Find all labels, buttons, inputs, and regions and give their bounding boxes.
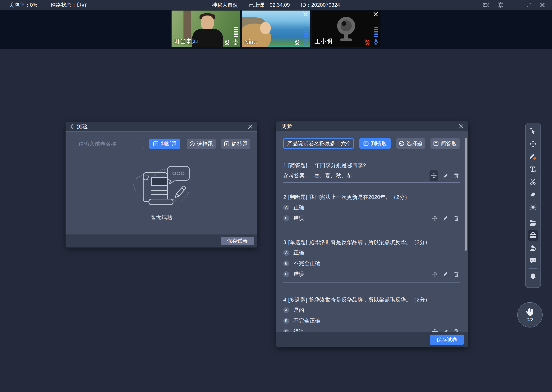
video-tile-wangxiaoming[interactable]: 王小明 (312, 11, 380, 47)
camera-icon[interactable] (483, 2, 489, 8)
move-question-icon[interactable] (431, 328, 438, 332)
question-number: 1 (283, 162, 286, 168)
toolbar-divider (529, 268, 537, 269)
quiz-panel-editing: 测验 判断题 选择题 简答题 1[简答题]一年四季分别是哪四季? 参考答案： 春… (276, 121, 468, 347)
panel-footer: 保存试卷 (276, 332, 468, 347)
webcam-placeholder-icon (334, 14, 359, 43)
volume-meter (374, 27, 378, 37)
option-badge: A (283, 205, 289, 210)
option-row: B 不完全正确 (283, 317, 460, 325)
delete-question-icon[interactable] (453, 271, 460, 278)
top-status-bar: 丢包率：0% 网络状态：良好 神秘大自然 已上课：02:34:09 ID：202… (0, 0, 552, 10)
room-name: 神秘大自然 (212, 1, 238, 8)
panel-title: 测验 (281, 123, 292, 130)
hand-icon (526, 307, 534, 316)
quiz-name-input[interactable] (75, 139, 144, 149)
empty-state: 暂无试题 (65, 152, 257, 232)
option-badge: A (283, 250, 289, 256)
scissors-icon[interactable] (529, 178, 537, 186)
video-tile-teacher[interactable]: 叮当老师 (172, 11, 240, 47)
question-item: 2[判断题]我国宪法上一次更新是在2020年。（2分） A 正确 B 错误 (283, 193, 460, 225)
empty-illustration (130, 164, 193, 212)
option-text: 是的 (293, 307, 304, 314)
add-choice-button[interactable]: 选择题 (187, 139, 216, 149)
close-icon[interactable] (539, 2, 545, 8)
save-quiz-button[interactable]: 保存试卷 (430, 335, 464, 345)
mic-on-icon[interactable] (233, 39, 238, 45)
option-row: C 错误 (283, 270, 460, 278)
webcam-on-icon[interactable] (294, 39, 300, 45)
quiz-name-input[interactable] (283, 138, 354, 149)
toolbox-icon[interactable] (528, 230, 538, 241)
option-badge: B (283, 260, 289, 266)
delete-question-icon[interactable] (453, 172, 460, 179)
eraser-icon[interactable] (529, 191, 537, 198)
delete-question-icon[interactable] (453, 328, 460, 332)
add-truefalse-button[interactable]: 判断题 (359, 138, 391, 149)
scrollbar-thumb[interactable] (465, 138, 467, 251)
edit-question-icon[interactable] (442, 328, 449, 332)
minimize-icon[interactable] (512, 2, 518, 8)
maximize-icon[interactable] (526, 2, 532, 8)
add-choice-button[interactable]: 选择题 (396, 138, 425, 149)
add-shortanswer-button[interactable]: 简答题 (221, 139, 250, 149)
question-item: 3[单选题]施华洛世奇是反华品牌，所以梁鼎琪反华。（2分） A 正确 B 不完全… (283, 238, 460, 282)
mic-on-icon[interactable] (303, 39, 308, 45)
back-chevron-icon[interactable] (70, 124, 74, 129)
close-icon[interactable] (247, 123, 254, 130)
move-tool-icon[interactable] (529, 140, 537, 148)
option-text: 错误 (293, 328, 304, 332)
move-question-icon[interactable] (429, 170, 438, 181)
room-id: ID：2020070324 (301, 1, 340, 8)
move-question-icon[interactable] (431, 215, 438, 222)
question-type: [多选题] (288, 297, 307, 303)
text-tool-icon[interactable] (529, 165, 537, 173)
question-type: [判断题] (288, 194, 307, 200)
edit-question-icon[interactable] (442, 271, 449, 278)
pen-tool-icon[interactable] (529, 153, 537, 161)
question-type: [简答题] (288, 162, 307, 168)
volume-meter (304, 27, 308, 37)
close-icon[interactable] (302, 11, 309, 17)
answer-row: 参考答案： 春、夏、秋、冬 (283, 171, 460, 180)
participant-name: 叮当老师 (174, 37, 198, 45)
webcam-off-icon[interactable] (364, 39, 370, 45)
gear-icon[interactable] (497, 1, 504, 8)
participant-name: Nina (244, 38, 257, 45)
add-truefalse-button[interactable]: 判断题 (149, 139, 180, 149)
brightness-icon[interactable] (529, 203, 537, 211)
option-badge: A (283, 307, 289, 313)
divider (283, 225, 460, 225)
option-row: A 正确 (283, 203, 460, 212)
quiz-panel-empty: 测验 判断题 选择题 简答题 (65, 122, 257, 247)
class-time: 已上课：02:34:09 (249, 1, 290, 8)
delete-question-icon[interactable] (453, 215, 460, 222)
laser-pointer-icon[interactable] (529, 127, 537, 135)
question-number: 2 (283, 194, 286, 200)
question-type: [单选题] (288, 239, 307, 245)
webcam-on-icon[interactable] (224, 39, 230, 45)
courseware-folder-icon[interactable] (529, 219, 537, 227)
chat-icon[interactable] (529, 257, 537, 265)
edit-question-icon[interactable] (442, 172, 449, 179)
volume-meter (234, 27, 238, 37)
video-tile-nina[interactable]: Nina (242, 11, 310, 47)
raise-hand-button[interactable]: 0/2 (517, 302, 543, 328)
question-text: 我国宪法上一次更新是在2020年。（2分） (309, 194, 410, 200)
close-icon[interactable] (458, 123, 465, 130)
save-quiz-button[interactable]: 保存试卷 (221, 237, 254, 245)
edit-question-icon[interactable] (442, 215, 449, 222)
bell-icon[interactable] (529, 273, 537, 280)
move-question-icon[interactable] (431, 271, 438, 278)
network-status: 网络状态：良好 (51, 1, 87, 8)
mic-on-icon[interactable] (373, 39, 378, 45)
members-icon[interactable] (529, 244, 537, 252)
close-icon[interactable] (372, 11, 379, 17)
question-text: 施华洛世奇是反华品牌，所以梁鼎琪反华。（2分） (309, 297, 430, 303)
participant-name: 王小明 (314, 37, 332, 45)
toolbar-divider (529, 215, 537, 215)
hand-count: 0/2 (527, 317, 533, 323)
add-shortanswer-button[interactable]: 简答题 (430, 138, 460, 149)
option-text: 不完全正确 (293, 260, 320, 267)
option-row: C 错误 (283, 327, 460, 332)
